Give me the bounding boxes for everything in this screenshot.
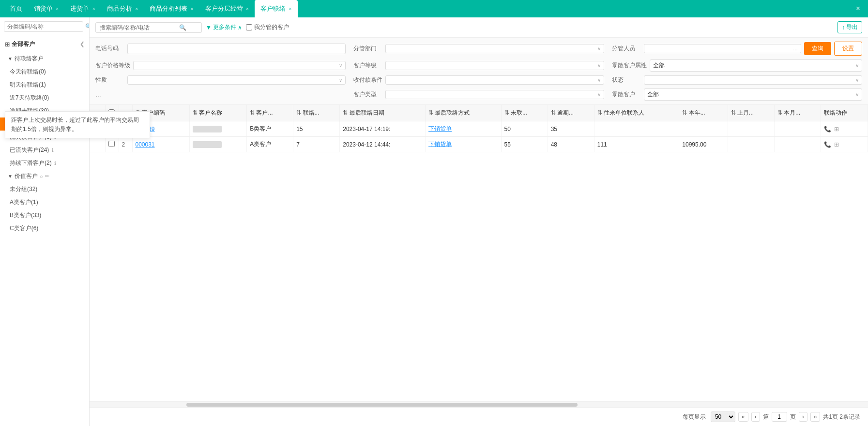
filter-phone-input[interactable] — [127, 44, 346, 54]
action-grid-icon-2[interactable]: ⊞ — [834, 141, 839, 148]
value-edit-icon[interactable]: ✏ — [45, 173, 49, 179]
tab-analysis-close[interactable]: × — [135, 6, 138, 12]
tab-analysis[interactable]: 商品分析 × — [101, 0, 144, 17]
filter-price-level-select[interactable]: ∨ — [133, 61, 346, 70]
tab-purchase-close[interactable]: × — [92, 6, 95, 12]
sidebar-item-declining[interactable]: 持续下滑客户(2) ℹ — [0, 157, 89, 170]
sidebar-search-input[interactable] — [4, 21, 83, 32]
current-page-input[interactable] — [772, 412, 787, 422]
tab-customer-contact-close[interactable]: × — [289, 6, 291, 12]
my-customers-filter[interactable]: 我分管的客户 — [246, 23, 289, 31]
export-button[interactable]: ↑ 导出 — [838, 21, 862, 33]
th-no-contact[interactable]: ⇅ 未联... — [501, 105, 548, 121]
action-phone-icon-2[interactable]: 📞 — [824, 141, 831, 148]
th-this-year[interactable]: ⇅ 本年... — [679, 105, 728, 121]
sidebar-value-section[interactable]: ▼ 价值客户 ○ ✏ — [0, 170, 89, 183]
row-checkbox-2[interactable] — [108, 141, 115, 147]
sidebar-item-unclassified[interactable]: 未分组(32) — [0, 183, 89, 196]
tab-sales-close[interactable]: × — [56, 6, 59, 12]
tab-customer-contact[interactable]: 客户联络 × — [255, 0, 297, 17]
td-method-1[interactable]: 下销货单 — [426, 121, 502, 137]
action-grid-icon-1[interactable]: ⊞ — [834, 126, 839, 132]
th-this-month[interactable]: ⇅ 本月... — [774, 105, 821, 121]
sidebar-item-b-class[interactable]: B类客户(33) — [0, 209, 89, 222]
sidebar-pending-section[interactable]: ▼ 待联络客户 — [0, 52, 89, 65]
sidebar-item-week7[interactable]: 近7天待联络(0) — [0, 91, 89, 104]
tab-customer-tier-close[interactable]: × — [246, 6, 249, 12]
filter-nature-select[interactable]: ∨ — [127, 75, 346, 85]
query-button[interactable]: 查询 — [804, 42, 831, 55]
sidebar-item-today[interactable]: 今天待联络(0) — [0, 65, 89, 78]
tab-home[interactable]: 首页 — [4, 0, 28, 17]
sidebar-item-a-class[interactable]: A类客户(1) — [0, 196, 89, 209]
td-lm-1 — [728, 121, 774, 137]
filter-nature: 性质 ∨ — [95, 75, 346, 85]
tab-analysis-list[interactable]: 商品分析列表 × — [144, 0, 199, 17]
last-page-button[interactable]: » — [810, 412, 821, 422]
prev-page-button[interactable]: ‹ — [751, 412, 760, 422]
filter-dept-select[interactable]: ∨ — [385, 44, 604, 53]
td-code-2[interactable]: 000031 — [132, 137, 189, 152]
next-page-button[interactable]: › — [799, 412, 807, 422]
filter-scatter-attr-select[interactable]: 全部∨ — [650, 59, 862, 72]
manager-chevron-icon: … — [793, 46, 798, 51]
search-input[interactable] — [100, 24, 177, 31]
th-cp-sort: ⇅ — [597, 109, 602, 116]
filter-scatter-customer-select[interactable]: 全部∨ — [644, 88, 862, 101]
th-name[interactable]: ⇅ 客户名称 — [189, 105, 246, 121]
th-contact[interactable]: ⇅ 联络... — [293, 105, 340, 121]
my-customers-checkbox[interactable] — [246, 24, 252, 30]
settings-button[interactable]: 设置 — [834, 42, 862, 56]
td-cp-1 — [594, 121, 679, 137]
filter-status-select[interactable]: ∨ — [644, 75, 862, 85]
sidebar-search-icon[interactable]: 🔍 — [85, 23, 90, 30]
th-last-month[interactable]: ⇅ 上月... — [728, 105, 774, 121]
table-wrap: ⚙ ⇅ 客户编码 ⇅ 客户名称 — [90, 105, 868, 401]
declining-info-icon[interactable]: ℹ — [54, 161, 56, 166]
th-last-contact-method[interactable]: ⇅ 最后联络方式 — [426, 105, 502, 121]
more-dots-icon[interactable]: … — [95, 91, 101, 98]
td-checkbox-2[interactable] — [105, 137, 119, 152]
first-page-button[interactable]: « — [738, 412, 748, 422]
th-last-contact-date[interactable]: ⇅ 最后联络日期 — [340, 105, 426, 121]
more-conditions-button[interactable]: ▼ 更多条件 ∧ — [206, 23, 242, 31]
td-name-1 — [189, 121, 246, 137]
sidebar-item-lost[interactable]: 已流失客户(24) ℹ — [0, 144, 89, 157]
td-method-2[interactable]: 下销货单 — [426, 137, 502, 152]
sidebar-item-c-class[interactable]: C类客户(6) — [0, 222, 89, 235]
scatter-customer-chevron-icon: ∨ — [855, 92, 859, 97]
th-overdue[interactable]: ⇅ 逾期... — [548, 105, 594, 121]
search-icon[interactable]: 🔍 — [179, 24, 186, 31]
lost-info-icon[interactable]: ℹ — [52, 147, 54, 153]
tab-customer-tier[interactable]: 客户分层经营 × — [199, 0, 255, 17]
filter-customer-level-select[interactable]: ∨ — [385, 61, 604, 70]
value-circle-icon[interactable]: ○ — [40, 174, 43, 179]
window-close-button[interactable]: × — [852, 4, 864, 13]
payment-chevron-icon: ∨ — [597, 77, 601, 83]
sidebar-collapse-arrow[interactable]: ❮ — [80, 41, 84, 47]
tab-analysis-list-close[interactable]: × — [190, 6, 193, 12]
sidebar-item-tomorrow[interactable]: 明天待联络(1) — [0, 78, 89, 91]
page-label: 第 — [763, 413, 769, 421]
scrollbar-thumb[interactable] — [186, 403, 578, 407]
filter-bar: 🔍 ▼ 更多条件 ∧ 我分管的客户 ↑ 导出 — [90, 17, 868, 38]
filter-manager-select[interactable]: … — [644, 44, 801, 53]
tab-purchase[interactable]: 进货单 × — [64, 0, 101, 17]
td-num-2: 2 — [119, 137, 132, 152]
tooltip-repurchase: 距客户上次交易时长，超过了此客户的平均交易周期的1.5倍，则视为异常。 — [5, 111, 89, 138]
th-contact-sort: ⇅ — [296, 109, 301, 116]
filter-customer-type-select[interactable]: ∨ — [385, 90, 604, 99]
tab-sales[interactable]: 销货单 × — [28, 0, 64, 17]
filter-scatter-attr-label: 零散客户属性 — [612, 61, 647, 70]
filter-payment-select[interactable]: ∨ — [385, 75, 604, 85]
per-page-select[interactable]: 50 10 20 100 — [711, 411, 735, 422]
th-contact-person[interactable]: ⇅ 往来单位联系人 — [594, 105, 679, 121]
filter-customer-level: 客户等级 ∨ — [353, 59, 604, 72]
th-type[interactable]: ⇅ 客户... — [247, 105, 293, 121]
sidebar-all-customers[interactable]: ⊞ 全部客户 ❮ — [0, 36, 89, 52]
horizontal-scrollbar[interactable] — [90, 401, 868, 407]
sidebar-search-bar: 🔍 › — [0, 17, 89, 36]
value-arrow-icon: ▼ — [8, 174, 13, 179]
action-phone-icon-1[interactable]: 📞 — [824, 126, 831, 132]
filter-status: 状态 ∨ — [612, 75, 862, 85]
